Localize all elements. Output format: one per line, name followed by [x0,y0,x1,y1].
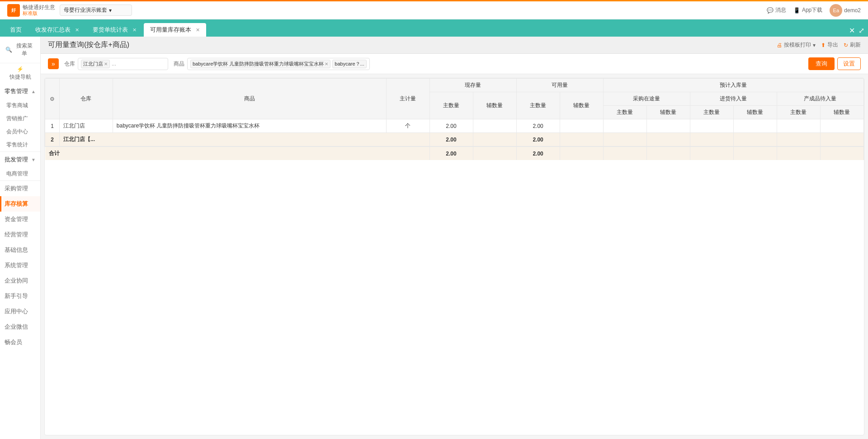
sidebar-item-retail-mall[interactable]: 零售商城 [0,99,40,112]
subtotal-no: 2 [45,133,60,147]
industry-selector-text: 母婴行业演示账套 [64,6,107,14]
refresh-btn[interactable]: ↻ 刷新 [844,41,861,49]
user-name: demo2 [844,7,861,14]
warehouse-filter-field: 仓库 江北门店 ✕ ... [64,58,168,70]
sidebar-item-system[interactable]: 系统管理 [0,258,40,273]
tab-close-all-icon[interactable]: ✕ [849,26,855,35]
tab-receipt-close-icon[interactable]: ✕ [75,27,79,33]
subtotal-avail-main: 2.00 [516,133,560,147]
sidebar-section-retail: 零售管理 ▲ 零售商城 营销推广 会员中心 零售统计 [0,84,40,152]
sidebar-item-retail-stats[interactable]: 零售统计 [0,138,40,151]
page-title: 可用量查询(按仓库+商品) [48,40,129,50]
sidebar-purchase-label: 采购管理 [5,184,28,193]
sidebar-marketing-label: 营销推广 [6,115,28,122]
cell-incoming-main [690,119,733,133]
sidebar-item-marketing[interactable]: 营销推广 [0,112,40,125]
cell-incoming-aux [733,119,777,133]
sidebar-item-newguide[interactable]: 新手引导 [0,288,40,304]
top-bar-right: 💬 消息 📱 App下载 Ea demo2 [767,4,861,17]
sidebar-item-member[interactable]: 会员中心 [0,125,40,138]
sidebar-search-button[interactable]: 🔍 搜索菜单 [4,40,37,59]
product-tag1-remove-icon[interactable]: ✕ [325,61,328,66]
table-header-top: ⚙ 仓库 商品 主计量 现存量 可用量 预计入库量 [45,79,864,92]
col-product-pending: 产成品待入量 [777,92,863,106]
tab-home-label: 首页 [10,26,22,34]
phone-icon: 📱 [793,7,800,14]
query-button[interactable]: 查询 [808,57,835,70]
subtotal-stock-main: 2.00 [429,133,473,147]
col-avail-main: 主数量 [516,92,560,119]
logo-icon: 好 [7,4,20,17]
tab-available-close-icon[interactable]: ✕ [196,27,200,33]
warehouse-tag-text: 江北门店 [83,61,103,67]
subtotal-incoming-main [690,133,733,147]
main-layout: 🔍 搜索菜单 ⚡ 快捷导航 零售管理 ▲ 零售商城 营销推广 会员中心 [0,37,868,439]
sidebar-retail-stats-label: 零售统计 [6,142,28,148]
sidebar-item-operations[interactable]: 经营管理 [0,227,40,242]
tab-order-stats-label: 要货单统计表 [93,26,128,34]
warehouse-filter-input[interactable]: 江北门店 ✕ ... [78,58,168,70]
print-icon: 🖨 [777,42,782,48]
sidebar-quicknav: ⚡ 快捷导航 [0,63,40,84]
warehouse-tag-remove-icon[interactable]: ✕ [104,61,108,66]
subtotal-stock-aux [473,133,516,147]
filter-expand-button[interactable]: » [48,58,59,69]
sidebar-item-inventory[interactable]: 库存核算 [0,196,40,212]
page-header: 可用量查询(按仓库+商品) 🖨 按模板打印 ▾ ⬆ 导出 ↻ 刷新 [41,37,868,54]
chevron-down-icon: ▾ [109,7,112,14]
industry-selector[interactable]: 母婴行业演示账套 ▾ [60,5,132,16]
tab-home[interactable]: 首页 [4,23,28,37]
sidebar-operations-label: 经营管理 [5,231,28,239]
logo-title: 畅捷通好生意 [23,4,55,10]
sidebar-item-enterprise[interactable]: 企业协同 [0,273,40,288]
page-header-actions: 🖨 按模板打印 ▾ ⬆ 导出 ↻ 刷新 [777,41,861,49]
sidebar-retail-toggle[interactable]: 零售管理 ▲ [0,84,40,99]
col-warehouse: 仓库 [60,79,113,119]
subtotal-incoming-aux [733,133,777,147]
tab-expand-icon[interactable]: ⤢ [859,26,864,35]
quick-nav-button[interactable]: ⚡ 快捷导航 [0,63,40,84]
sidebar-wechat-label: 企业微信 [5,323,28,331]
cell-stock-aux [473,119,516,133]
cell-avail-main: 2.00 [516,119,560,133]
tab-available-inventory[interactable]: 可用量库存账本 ✕ [144,23,206,37]
sidebar-item-changyuanmember[interactable]: 畅会员 [0,335,40,350]
tab-receipt-summary[interactable]: 收发存汇总表 ✕ [29,23,85,37]
content-area: 可用量查询(按仓库+商品) 🖨 按模板打印 ▾ ⬆ 导出 ↻ 刷新 » [41,37,868,439]
tab-order-close-icon[interactable]: ✕ [132,27,137,33]
col-incoming-aux: 辅数量 [733,106,777,119]
product-filter-input[interactable]: babycare学饮杯 儿童防摔防撞吸管杯重力球吸嘴杯宝宝水杯 ✕ babyca… [187,58,370,70]
column-settings-icon[interactable]: ⚙ [50,96,55,102]
sidebar-item-basic[interactable]: 基础信息 [0,242,40,258]
col-incoming-main: 主数量 [690,106,733,119]
product-tag1-text: babycare学饮杯 儿童防摔防撞吸管杯重力球吸嘴杯宝宝水杯 [193,61,324,67]
subtotal-product-main [777,133,820,147]
sidebar-changyuan-label: 畅会员 [5,338,22,346]
settings-button[interactable]: 设置 [837,57,861,70]
col-incoming-pending: 进货待入量 [690,92,777,106]
user-area[interactable]: Ea demo2 [830,4,861,17]
product-filter-label: 商品 [174,60,184,68]
nav-tabs: 首页 收发存汇总表 ✕ 要货单统计表 ✕ 可用量库存账本 ✕ ✕ ⤢ [0,19,868,37]
warehouse-filter-dots[interactable]: ... [112,61,116,67]
table-footer: 合计 2.00 2.00 [45,146,864,160]
export-btn[interactable]: ⬆ 导出 [821,41,838,49]
total-purchase-aux [646,146,690,160]
tab-order-stats[interactable]: 要货单统计表 ✕ [86,23,143,37]
template-print-btn[interactable]: 🖨 按模板打印 ▾ [777,41,816,49]
cell-purchase-main [603,119,646,133]
sidebar-item-ecommerce[interactable]: 电商管理 [0,167,40,180]
col-mainunit: 主计量 [386,79,429,119]
sidebar-item-wechat[interactable]: 企业微信 [0,319,40,335]
product-tag2-text: babycare？... [335,61,364,67]
sidebar-item-finance[interactable]: 资金管理 [0,212,40,227]
app-download-action[interactable]: 📱 App下载 [793,6,822,14]
logo-subtitle: 标准版 [23,10,55,16]
message-action[interactable]: 💬 消息 [767,6,786,14]
sidebar-retail-label: 零售管理 [5,87,28,95]
sidebar-item-appstore[interactable]: 应用中心 [0,304,40,319]
warehouse-filter-tag: 江北门店 ✕ [81,60,110,68]
app-download-label: App下载 [802,6,822,14]
sidebar-item-purchase[interactable]: 采购管理 [0,181,40,196]
sidebar-wholesale-toggle[interactable]: 批发管理 ▼ [0,152,40,167]
